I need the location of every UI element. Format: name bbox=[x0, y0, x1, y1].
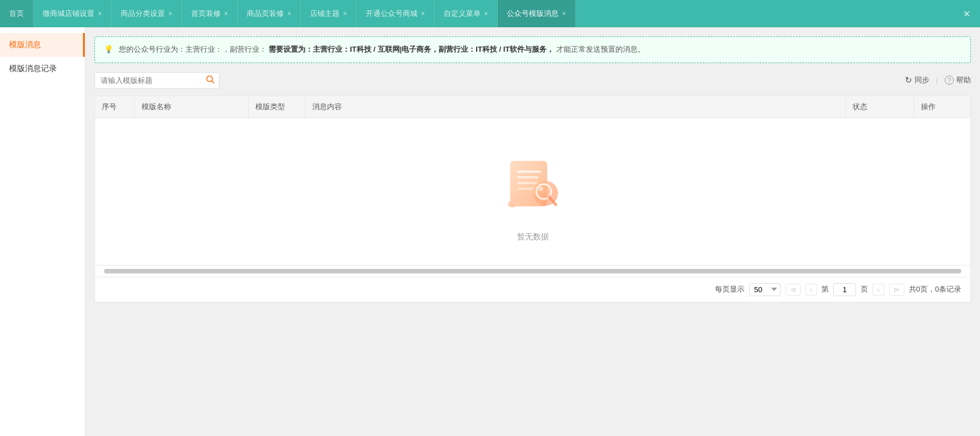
search-right: ↻ 同步 | ? 帮助 bbox=[905, 75, 971, 85]
horizontal-scrollbar[interactable] bbox=[104, 269, 961, 273]
nav-tab-home-decoration-label: 首页装修 bbox=[191, 9, 221, 19]
close-open-mall-icon[interactable]: × bbox=[421, 10, 425, 17]
sync-icon: ↻ bbox=[905, 75, 912, 85]
sync-button[interactable]: ↻ 同步 bbox=[905, 75, 929, 85]
next-page-icon: › bbox=[877, 285, 879, 294]
table-header-row: 序号 模版名称 模版类型 消息内容 状态 操作 bbox=[95, 95, 971, 118]
close-category-icon[interactable]: × bbox=[168, 10, 172, 17]
next-page-button[interactable]: › bbox=[873, 284, 884, 296]
notice-text-prefix: 您的公众号行业为：主营行业：，副营行业： bbox=[119, 45, 267, 53]
pagination: 每页显示 10 20 50 100 ⊲ ‹ 第 页 › ⊳ 共0页，0条记录 bbox=[94, 277, 971, 302]
close-store-theme-icon[interactable]: × bbox=[343, 10, 347, 17]
search-icon bbox=[206, 75, 215, 86]
page-size-label: 每页显示 bbox=[715, 284, 745, 294]
page-size-select[interactable]: 10 20 50 100 bbox=[749, 283, 781, 296]
prev-page-icon: ‹ bbox=[810, 285, 812, 294]
search-left bbox=[94, 72, 220, 89]
first-page-icon: ⊲ bbox=[790, 285, 796, 294]
total-label: 共0页，0条记录 bbox=[909, 284, 961, 294]
divider: | bbox=[936, 76, 938, 85]
close-custom-menu-icon[interactable]: × bbox=[484, 10, 488, 17]
notice-box: 💡 您的公众号行业为：主营行业：，副营行业： 需要设置为：主营行业：IT科技 /… bbox=[94, 36, 971, 63]
scrollbar-thumb bbox=[104, 269, 961, 273]
help-label: 帮助 bbox=[956, 75, 971, 85]
close-shop-settings-icon[interactable]: × bbox=[98, 10, 102, 17]
nav-tab-home-label: 首页 bbox=[9, 9, 24, 19]
table-scrollbar bbox=[94, 265, 971, 277]
page-label-di: 第 bbox=[821, 284, 829, 294]
sync-label: 同步 bbox=[915, 75, 929, 85]
nav-tab-shop-settings[interactable]: 微商城店铺设置 × bbox=[34, 0, 111, 27]
help-circle-icon: ? bbox=[945, 76, 954, 85]
content-area: 💡 您的公众号行业为：主营行业：，副营行业： 需要设置为：主营行业：IT科技 /… bbox=[85, 27, 980, 436]
sidebar-item-template-message-log[interactable]: 模版消息记录 bbox=[0, 57, 85, 81]
notice-text-suffix: 才能正常发送预置的消息。 bbox=[556, 45, 645, 53]
nav-tab-open-mall[interactable]: 开通公众号商城 × bbox=[357, 0, 435, 27]
page-label: 页 bbox=[861, 284, 868, 294]
svg-rect-7 bbox=[517, 188, 534, 190]
nav-tab-custom-menu[interactable]: 自定义菜单 × bbox=[435, 0, 498, 27]
nav-tab-shop-settings-label: 微商城店铺设置 bbox=[43, 9, 94, 19]
svg-line-1 bbox=[212, 81, 214, 83]
svg-point-3 bbox=[508, 201, 517, 207]
first-page-button[interactable]: ⊲ bbox=[785, 284, 801, 296]
empty-illustration bbox=[499, 152, 567, 221]
th-content: 消息内容 bbox=[305, 95, 846, 118]
close-home-decoration-icon[interactable]: × bbox=[224, 10, 228, 17]
nav-tab-home-decoration[interactable]: 首页装修 × bbox=[182, 0, 238, 27]
close-all-icon: ✕ bbox=[963, 9, 970, 19]
notice-highlight-text: 需要设置为：主营行业：IT科技 / 互联网|电子商务，副营行业：IT科技 / I… bbox=[268, 45, 554, 53]
nav-tab-product-decoration-label: 商品页装修 bbox=[247, 9, 284, 19]
last-page-button[interactable]: ⊳ bbox=[889, 284, 904, 296]
help-button[interactable]: ? 帮助 bbox=[945, 75, 971, 85]
empty-text: 暂无数据 bbox=[517, 232, 549, 242]
sidebar: 模版消息 模版消息记录 bbox=[0, 27, 85, 436]
nav-tab-store-theme[interactable]: 店铺主题 × bbox=[301, 0, 357, 27]
data-table: 序号 模版名称 模版类型 消息内容 状态 操作 bbox=[94, 95, 971, 265]
search-bar: ↻ 同步 | ? 帮助 bbox=[94, 72, 971, 89]
empty-state: 暂无数据 bbox=[95, 118, 970, 265]
close-product-decoration-icon[interactable]: × bbox=[287, 10, 291, 17]
main-layout: 模版消息 模版消息记录 💡 您的公众号行业为：主营行业：，副营行业： 需要设置为… bbox=[0, 27, 980, 436]
empty-state-row: 暂无数据 bbox=[95, 118, 971, 265]
nav-tab-category-label: 商品分类设置 bbox=[121, 9, 165, 19]
th-type: 模版类型 bbox=[249, 95, 305, 118]
th-index: 序号 bbox=[95, 95, 135, 118]
search-input[interactable] bbox=[94, 72, 220, 89]
search-button[interactable] bbox=[206, 75, 215, 86]
nav-tab-template-message[interactable]: 公众号模版消息 × bbox=[498, 0, 576, 27]
nav-tab-store-theme-label: 店铺主题 bbox=[310, 9, 340, 19]
nav-tab-custom-menu-label: 自定义菜单 bbox=[444, 9, 481, 19]
sidebar-item-template-message-label: 模版消息 bbox=[9, 40, 41, 49]
th-name: 模版名称 bbox=[135, 95, 249, 118]
svg-point-11 bbox=[539, 186, 543, 191]
sidebar-item-template-message-log-label: 模版消息记录 bbox=[9, 64, 57, 73]
top-nav: 首页 微商城店铺设置 × 商品分类设置 × 首页装修 × 商品页装修 × 店铺主… bbox=[0, 0, 980, 27]
nav-tab-product-decoration[interactable]: 商品页装修 × bbox=[238, 0, 301, 27]
page-number-input[interactable] bbox=[833, 283, 856, 296]
close-all-button[interactable]: ✕ bbox=[953, 0, 980, 27]
th-status: 状态 bbox=[846, 95, 914, 118]
svg-rect-5 bbox=[517, 176, 539, 178]
svg-rect-4 bbox=[517, 171, 541, 173]
nav-tab-template-message-label: 公众号模版消息 bbox=[507, 9, 559, 19]
last-page-icon: ⊳ bbox=[894, 285, 900, 294]
prev-page-button[interactable]: ‹ bbox=[805, 284, 817, 296]
close-template-message-icon[interactable]: × bbox=[562, 10, 566, 17]
nav-tab-open-mall-label: 开通公众号商城 bbox=[366, 9, 417, 19]
nav-tab-category-settings[interactable]: 商品分类设置 × bbox=[111, 0, 182, 27]
nav-tab-home[interactable]: 首页 bbox=[0, 0, 34, 27]
sidebar-item-template-message[interactable]: 模版消息 bbox=[0, 33, 85, 57]
th-action: 操作 bbox=[914, 95, 971, 118]
search-input-wrap bbox=[94, 72, 220, 89]
svg-rect-6 bbox=[517, 182, 537, 184]
notice-icon: 💡 bbox=[104, 45, 113, 53]
